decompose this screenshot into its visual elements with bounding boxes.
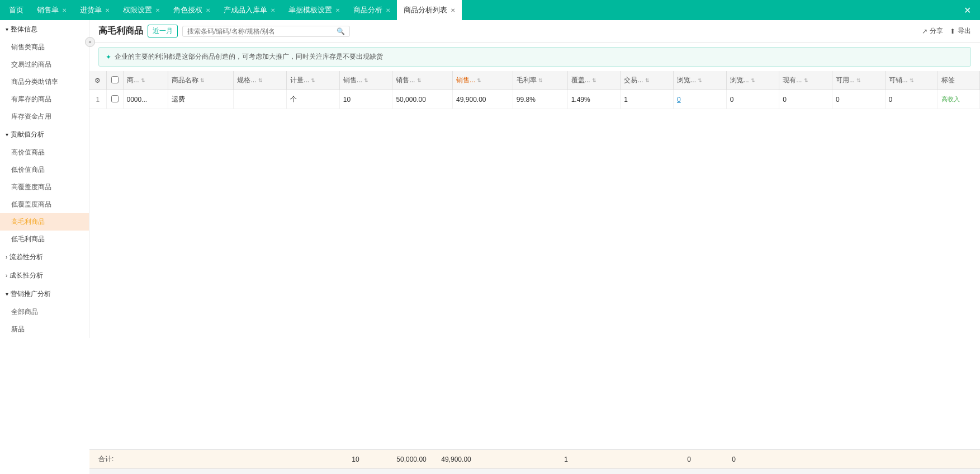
close-icon[interactable]: ✕: [62, 7, 67, 13]
sidebar-item-all-goods[interactable]: 全部商品: [0, 303, 89, 321]
col-sales-profit-header[interactable]: 销售... ⇅: [453, 71, 513, 90]
nav-tab-home[interactable]: 首页: [2, 0, 30, 20]
nav-tab-analysis[interactable]: 商品分析 ✕: [347, 0, 397, 20]
select-all-checkbox[interactable]: [111, 76, 119, 83]
sidebar-item-high-margin[interactable]: 高毛利商品: [0, 213, 89, 231]
info-banner: ✦ 企业的主要的利润都是这部分商品创造的，可考虑加大推广，同时关注库存是不要出现…: [98, 47, 971, 67]
col-name-header[interactable]: 商品名称 ⇅: [168, 71, 234, 90]
row-sales-profit: 49,900.00: [453, 90, 513, 109]
sidebar-item-low-margin[interactable]: 低毛利商品: [0, 231, 89, 248]
sidebar-group-marketing[interactable]: ▾ 营销推广分析: [0, 285, 89, 303]
table-container: ⚙ 商... ⇅ 商品名称 ⇅ 规格... ⇅ 计量... ⇅ 销售... ⇅ …: [89, 71, 980, 449]
footer-transactions: 1: [561, 456, 605, 463]
close-icon[interactable]: ✕: [271, 7, 275, 13]
col-unit-header[interactable]: 计量... ⇅: [287, 71, 340, 90]
expand-arrow-icon: ▾: [6, 26, 8, 32]
horizontal-scrollbar[interactable]: [89, 468, 980, 474]
expand-arrow-icon: ›: [6, 254, 7, 260]
close-icon[interactable]: ✕: [386, 7, 390, 13]
footer-stock-available: 0: [728, 456, 773, 463]
col-transactions-header[interactable]: 交易... ⇅: [621, 71, 674, 90]
sidebar-group-growth[interactable]: › 成长性分析: [0, 266, 89, 285]
sidebar-item-low-value[interactable]: 低价值商品: [0, 161, 89, 179]
close-icon[interactable]: ✕: [105, 7, 110, 13]
sidebar-item-category-rate[interactable]: 商品分类助销率: [0, 73, 89, 91]
col-sales-qty-header[interactable]: 销售... ⇅: [339, 71, 392, 90]
footer-sales-amount: 50,000.00: [393, 456, 438, 463]
col-code-header[interactable]: 商... ⇅: [123, 71, 168, 90]
close-icon[interactable]: ✕: [335, 7, 340, 13]
nav-tab-template[interactable]: 单据模板设置 ✕: [282, 0, 347, 20]
close-icon[interactable]: ✕: [451, 7, 455, 13]
window-close-icon[interactable]: ✕: [957, 5, 978, 16]
time-filter-button[interactable]: 近一月: [148, 25, 178, 37]
sidebar-item-high-coverage[interactable]: 高覆盖度商品: [0, 179, 89, 196]
content-area: 高毛利商品 近一月 🔍 ↗ 分享 ⬆ 导出 ✦ 企业的主要的利润都是这部分商品创…: [89, 20, 980, 474]
sidebar-item-traded-goods[interactable]: 交易过的商品: [0, 56, 89, 73]
col-checkbox: [106, 71, 123, 90]
row-browse1[interactable]: 0: [673, 90, 726, 109]
row-sales-qty: 10: [339, 90, 392, 109]
search-input[interactable]: [187, 27, 337, 35]
col-coverage-header[interactable]: 覆盖... ⇅: [567, 71, 621, 90]
col-stock-saleable-header[interactable]: 可销... ⇅: [885, 71, 938, 90]
sidebar-item-stock-capital[interactable]: 库存资金占用: [0, 108, 89, 125]
col-stock-current-header[interactable]: 现有... ⇅: [779, 71, 832, 90]
sidebar-item-high-value[interactable]: 高价值商品: [0, 144, 89, 161]
data-table: ⚙ 商... ⇅ 商品名称 ⇅ 规格... ⇅ 计量... ⇅ 销售... ⇅ …: [89, 71, 980, 109]
sidebar-item-low-coverage[interactable]: 低覆盖度商品: [0, 196, 89, 213]
footer-sales-qty: 10: [348, 456, 393, 463]
row-checkbox[interactable]: [111, 95, 119, 102]
close-icon[interactable]: ✕: [155, 7, 160, 13]
footer-total-label: 合计:: [98, 454, 125, 464]
sidebar-group-contribution[interactable]: ▾ 贡献值分析: [0, 125, 89, 144]
col-stock-available-header[interactable]: 可用... ⇅: [832, 71, 885, 90]
sidebar-collapse-button[interactable]: «: [85, 37, 95, 47]
page-title: 高毛利商品: [98, 25, 143, 37]
close-icon[interactable]: ✕: [206, 7, 210, 13]
row-transactions: 1: [621, 90, 674, 109]
header-actions: ↗ 分享 ⬆ 导出: [922, 26, 971, 36]
search-icon[interactable]: 🔍: [337, 27, 345, 35]
sidebar-group-overview-items: 销售类商品 交易过的商品 商品分类助销率 有库存的商品 库存资金占用: [0, 39, 89, 125]
sidebar-item-in-stock[interactable]: 有库存的商品: [0, 91, 89, 108]
footer-bar: 合计: 10 50,000.00 49,900.00 1 0 0: [89, 449, 980, 468]
nav-tab-product-in[interactable]: 产成品入库单 ✕: [217, 0, 282, 20]
sidebar-item-new-goods[interactable]: 新品: [0, 321, 89, 338]
col-gross-margin-header[interactable]: 毛利率 ⇅: [513, 71, 567, 90]
sidebar-group-overview[interactable]: ▾ 整体信息: [0, 20, 89, 39]
export-button[interactable]: ⬆ 导出: [950, 26, 971, 36]
top-nav: 首页 销售单 ✕ 进货单 ✕ 权限设置 ✕ 角色授权 ✕ 产成品入库单 ✕ 单据…: [0, 0, 980, 20]
sidebar-group-trend[interactable]: › 流趋性分析: [0, 248, 89, 266]
row-code: 0000...: [123, 90, 168, 109]
row-browse2: 0: [726, 90, 779, 109]
search-box: 🔍: [182, 26, 350, 37]
table-header-row: ⚙ 商... ⇅ 商品名称 ⇅ 规格... ⇅ 计量... ⇅ 销售... ⇅ …: [89, 71, 980, 90]
nav-tab-sales[interactable]: 销售单 ✕: [30, 0, 73, 20]
sidebar: ▾ 整体信息 销售类商品 交易过的商品 商品分类助销率 有库存的商品 库存资金占…: [0, 20, 89, 338]
row-sales-amount: 50,000.00: [392, 90, 453, 109]
expand-arrow-icon: ›: [6, 273, 7, 279]
row-checkbox-cell: [106, 90, 123, 109]
row-unit: 个: [287, 90, 340, 109]
nav-tab-analysis-list[interactable]: 商品分析列表 ✕: [397, 0, 462, 20]
row-spec: [234, 90, 287, 109]
sidebar-group-contribution-items: 高价值商品 低价值商品 高覆盖度商品 低覆盖度商品 高毛利商品 低毛利商品: [0, 144, 89, 248]
col-spec-header[interactable]: 规格... ⇅: [234, 71, 287, 90]
row-stock-saleable: 0: [885, 90, 938, 109]
content-header: 高毛利商品 近一月 🔍 ↗ 分享 ⬆ 导出: [89, 20, 980, 43]
sidebar-item-sales-goods[interactable]: 销售类商品: [0, 39, 89, 56]
nav-tab-permission[interactable]: 权限设置 ✕: [116, 0, 167, 20]
col-settings[interactable]: ⚙: [89, 71, 106, 90]
sidebar-group-marketing-items: 全部商品 新品: [0, 303, 89, 338]
share-button[interactable]: ↗ 分享: [922, 26, 943, 36]
expand-arrow-icon: ▾: [6, 132, 8, 138]
col-browse2-header[interactable]: 浏览... ⇅: [726, 71, 779, 90]
col-tag-header[interactable]: 标签: [938, 71, 980, 90]
share-icon: ↗: [922, 27, 927, 35]
col-sales-amount-header[interactable]: 销售... ⇅: [392, 71, 453, 90]
nav-tab-role[interactable]: 角色授权 ✕: [167, 0, 217, 20]
col-browse1-header[interactable]: 浏览... ⇅: [673, 71, 726, 90]
row-tag: 高收入: [938, 90, 980, 109]
nav-tab-purchase[interactable]: 进货单 ✕: [73, 0, 116, 20]
